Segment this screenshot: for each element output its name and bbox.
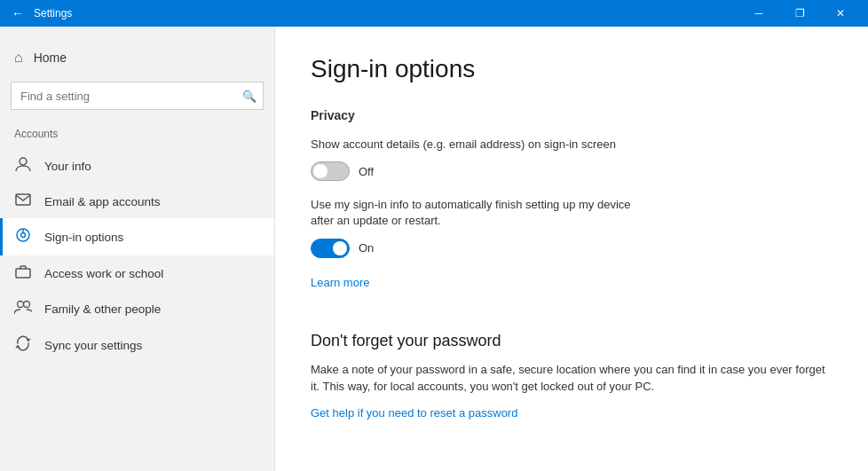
sidebar: ⌂ Home 🔍 Accounts Your info	[0, 27, 275, 471]
family-icon	[14, 300, 32, 318]
content-area: Sign-in options Privacy Show account det…	[275, 27, 868, 471]
sidebar-item-access-work-school[interactable]: Access work or school	[0, 255, 274, 291]
sync-icon	[14, 335, 32, 355]
toggle2-knob	[333, 241, 347, 255]
home-icon: ⌂	[14, 50, 23, 66]
svg-rect-1	[16, 194, 30, 205]
svg-rect-5	[16, 269, 30, 278]
sidebar-item-email-app-accounts[interactable]: Email & app accounts	[0, 184, 274, 218]
search-icon: 🔍	[242, 90, 256, 103]
home-label: Home	[34, 51, 67, 65]
privacy-section-title: Privacy	[311, 108, 832, 122]
sync-settings-label: Sync your settings	[44, 339, 142, 352]
toggle1-label: Off	[359, 165, 374, 178]
email-icon	[14, 193, 32, 209]
toggle2-label: On	[359, 241, 374, 255]
app-body: ⌂ Home 🔍 Accounts Your info	[0, 27, 868, 471]
sidebar-item-family-other-people[interactable]: Family & other people	[0, 291, 274, 326]
svg-point-3	[21, 233, 26, 238]
learn-more-link[interactable]: Learn more	[311, 276, 369, 289]
sidebar-item-sync-settings[interactable]: Sync your settings	[0, 326, 274, 364]
toggle1-row: Off	[311, 161, 832, 181]
toggle2-description: Use my sign-in info to automatically fin…	[311, 197, 832, 229]
minimize-button[interactable]: ─	[738, 0, 779, 27]
access-work-school-label: Access work or school	[44, 267, 163, 280]
restore-button[interactable]: ❐	[779, 0, 820, 27]
svg-point-6	[18, 302, 24, 308]
your-info-label: Your info	[44, 160, 91, 173]
title-bar: ← Settings ─ ❐ ✕	[0, 0, 868, 27]
back-icon: ←	[12, 6, 24, 20]
close-button[interactable]: ✕	[820, 0, 861, 27]
family-other-people-label: Family & other people	[44, 302, 161, 316]
svg-point-7	[24, 302, 30, 308]
back-button[interactable]: ←	[7, 3, 28, 24]
privacy-section: Privacy Show account details (e.g. email…	[311, 108, 832, 314]
search-input[interactable]	[11, 82, 264, 110]
sign-in-icon	[14, 227, 32, 247]
window-controls: ─ ❐ ✕	[738, 0, 861, 27]
sidebar-section-title: Accounts	[0, 124, 274, 147]
password-desc: Make a note of your password in a safe, …	[311, 361, 832, 396]
sidebar-item-home[interactable]: ⌂ Home	[0, 41, 274, 75]
sidebar-item-your-info[interactable]: Your info	[0, 147, 274, 184]
page-title: Sign-in options	[311, 55, 832, 83]
get-help-link[interactable]: Get help if you need to reset a password	[311, 406, 517, 420]
work-icon	[14, 264, 32, 282]
toggle2-row: On	[311, 239, 832, 258]
svg-point-0	[20, 158, 27, 165]
sidebar-item-sign-in-options[interactable]: Sign-in options	[0, 218, 274, 255]
app-title: Settings	[34, 7, 72, 20]
search-container: 🔍	[11, 82, 264, 110]
toggle1-description: Show account details (e.g. email address…	[311, 137, 832, 153]
toggle1-knob	[313, 164, 327, 178]
toggle1-switch[interactable]	[311, 161, 350, 181]
password-section-title: Don't forget your password	[311, 332, 832, 350]
toggle2-switch[interactable]	[311, 239, 350, 258]
your-info-icon	[14, 156, 32, 176]
email-app-accounts-label: Email & app accounts	[44, 195, 161, 208]
sign-in-options-label: Sign-in options	[44, 231, 123, 244]
password-section: Don't forget your password Make a note o…	[311, 332, 832, 420]
